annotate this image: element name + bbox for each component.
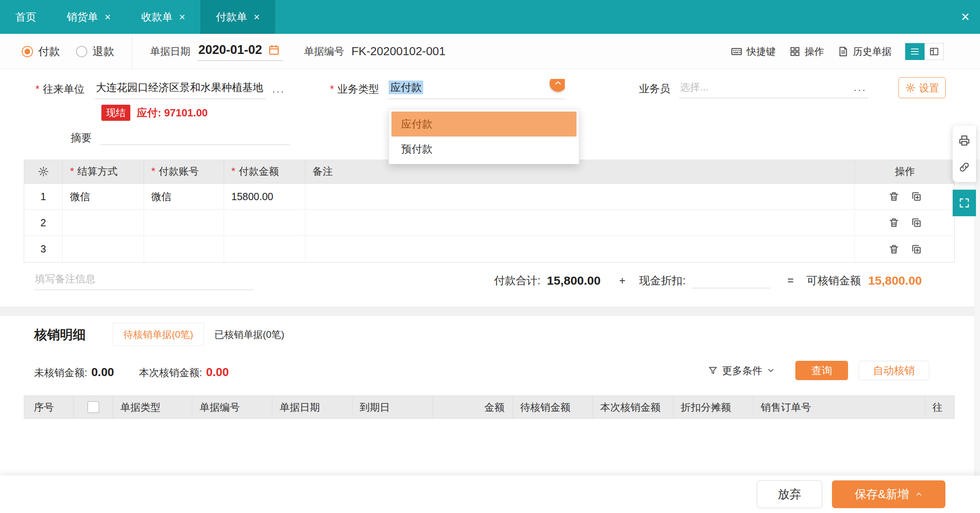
history-docs-button[interactable]: 历史单据 bbox=[838, 45, 891, 58]
dropdown-option-payable[interactable]: 应付款 bbox=[391, 112, 576, 137]
summary-field[interactable] bbox=[101, 127, 290, 145]
totals-bar: 付款合计: 15,800.00 + 现金折扣: = 可核销金额 15,800.0… bbox=[494, 273, 922, 288]
cash-discount-input[interactable] bbox=[692, 273, 770, 288]
settle-method-cell[interactable]: 微信 bbox=[63, 184, 144, 209]
more-filters-label: 更多条件 bbox=[722, 364, 762, 377]
tab-home[interactable]: 首页 bbox=[0, 0, 51, 34]
print-icon[interactable] bbox=[958, 134, 970, 147]
writeoff-amount-label: 可核销金额 bbox=[807, 273, 861, 288]
toolbar: 付款 退款 单据日期 2020-01-02 单据编号 FK-20200102-0… bbox=[0, 34, 980, 69]
radio-selected-icon[interactable] bbox=[22, 46, 33, 57]
biztype-dropdown: 应付款 预付款 bbox=[389, 109, 579, 164]
tab-payment-label: 付款单 bbox=[216, 10, 247, 24]
radio-unselected-icon[interactable] bbox=[76, 46, 87, 57]
delete-row-icon[interactable] bbox=[888, 191, 900, 202]
header-select-all bbox=[74, 396, 113, 418]
writeoff-table: 序号 单据类型 单据编号 单据日期 到期日 金额 待核销金额 本次核销金额 折扣… bbox=[24, 395, 955, 419]
calendar-icon[interactable] bbox=[268, 44, 280, 56]
row-number: 3 bbox=[24, 236, 63, 262]
header-due-date: 到期日 bbox=[352, 396, 433, 418]
dropdown-collapse-button[interactable] bbox=[550, 79, 565, 92]
tab-done-docs[interactable]: 已核销单据(0笔) bbox=[204, 323, 294, 346]
pay-amount-cell[interactable]: 15800.00 bbox=[224, 184, 305, 209]
list-view-toggle[interactable] bbox=[905, 43, 924, 60]
settings-button[interactable]: 设置 bbox=[898, 77, 946, 98]
discard-button[interactable]: 放弃 bbox=[757, 480, 822, 508]
dropdown-option-prepaid[interactable]: 预付款 bbox=[391, 137, 576, 161]
close-window-icon[interactable]: × bbox=[951, 0, 980, 34]
radio-refund[interactable]: 退款 bbox=[76, 44, 114, 59]
partner-row: * 往来单位 大连花园口经济区景和水果种植基地 ... bbox=[35, 79, 285, 99]
pay-account-cell[interactable] bbox=[144, 210, 224, 236]
select-all-checkbox[interactable] bbox=[87, 401, 99, 413]
tab-receipt[interactable]: 收款单 × bbox=[126, 0, 200, 34]
toolbar-right: 快捷键 操作 历史单据 bbox=[731, 43, 980, 60]
close-icon[interactable]: × bbox=[179, 11, 185, 23]
voucher-remark-field[interactable] bbox=[34, 271, 253, 290]
radio-pay[interactable]: 付款 bbox=[22, 44, 60, 59]
salesman-label: 业务员 bbox=[639, 82, 670, 96]
pay-amount-cell[interactable] bbox=[224, 210, 305, 236]
remark-cell[interactable] bbox=[305, 236, 855, 262]
operations-button[interactable]: 操作 bbox=[789, 45, 824, 58]
table-row: 2 bbox=[24, 210, 954, 236]
save-and-new-button[interactable]: 保存&新增 bbox=[832, 480, 945, 508]
delete-row-icon[interactable] bbox=[888, 244, 900, 255]
remark-cell[interactable] bbox=[305, 210, 855, 236]
partner-lookup-button[interactable]: ... bbox=[272, 83, 285, 95]
document-history-icon bbox=[838, 46, 849, 57]
close-icon[interactable]: × bbox=[105, 11, 111, 23]
partner-label: 往来单位 bbox=[43, 82, 84, 96]
pay-total-label: 付款合计: bbox=[494, 273, 541, 288]
table-row: 1 微信 微信 15800.00 bbox=[24, 184, 954, 210]
column-settings-button[interactable] bbox=[24, 159, 63, 183]
tab-pending-docs[interactable]: 待核销单据(0笔) bbox=[113, 323, 204, 346]
biztype-field[interactable]: 应付款 bbox=[388, 79, 565, 99]
tab-payment[interactable]: 付款单 × bbox=[200, 0, 275, 34]
salesman-placeholder: 选择... bbox=[680, 81, 708, 94]
query-button[interactable]: 查询 bbox=[795, 361, 848, 380]
salesman-lookup-button[interactable]: ... bbox=[854, 81, 867, 94]
partner-field[interactable]: 大连花园口经济区景和水果种植基地 bbox=[95, 79, 266, 99]
salesman-row: 业务员 选择... ... bbox=[639, 79, 868, 98]
voucher-remark-input[interactable] bbox=[35, 273, 253, 285]
delete-row-icon[interactable] bbox=[888, 217, 900, 228]
current-writeoff-label: 本次核销金额: bbox=[139, 366, 202, 379]
settle-method-cell[interactable] bbox=[63, 210, 144, 236]
auto-writeoff-button[interactable]: 自动核销 bbox=[859, 361, 929, 380]
summary-input[interactable] bbox=[101, 129, 288, 141]
chevron-up-icon bbox=[553, 79, 563, 88]
form-view-toggle[interactable] bbox=[924, 43, 944, 60]
gear-icon bbox=[905, 83, 916, 93]
current-writeoff-value: 0.00 bbox=[206, 366, 229, 379]
topbar-spacer bbox=[275, 0, 951, 34]
pay-account-cell[interactable] bbox=[144, 236, 224, 262]
header-doc-number: 单据编号 bbox=[192, 396, 272, 418]
gear-icon bbox=[38, 166, 49, 177]
more-filters-button[interactable]: 更多条件 bbox=[708, 364, 775, 377]
required-mark: * bbox=[231, 165, 235, 178]
link-icon[interactable] bbox=[958, 161, 970, 173]
remark-cell[interactable] bbox=[305, 184, 855, 209]
form-view-icon bbox=[929, 46, 939, 57]
doc-date-field[interactable]: 2020-01-02 bbox=[198, 42, 283, 61]
tab-sales-order[interactable]: 销货单 × bbox=[51, 0, 126, 34]
plus-sign: + bbox=[619, 275, 626, 287]
history-docs-label: 历史单据 bbox=[853, 45, 891, 58]
pay-amount-cell[interactable] bbox=[224, 236, 305, 262]
fullscreen-expand-button[interactable] bbox=[953, 190, 976, 216]
shortcut-keys-button[interactable]: 快捷键 bbox=[731, 45, 776, 58]
chevron-up-icon bbox=[915, 490, 923, 499]
header-settle-label: 结算方式 bbox=[77, 165, 117, 178]
header-partner-truncated: 往 bbox=[925, 396, 954, 418]
settle-method-cell[interactable] bbox=[63, 236, 144, 262]
save-and-new-label: 保存&新增 bbox=[854, 486, 909, 503]
expand-icon bbox=[958, 197, 970, 209]
filter-funnel-icon bbox=[708, 365, 718, 376]
copy-row-icon[interactable] bbox=[911, 217, 922, 228]
copy-row-icon[interactable] bbox=[911, 191, 922, 202]
pay-account-cell[interactable]: 微信 bbox=[144, 184, 224, 209]
salesman-field[interactable]: 选择... ... bbox=[679, 79, 868, 98]
copy-row-icon[interactable] bbox=[911, 244, 922, 255]
close-icon[interactable]: × bbox=[253, 11, 259, 23]
